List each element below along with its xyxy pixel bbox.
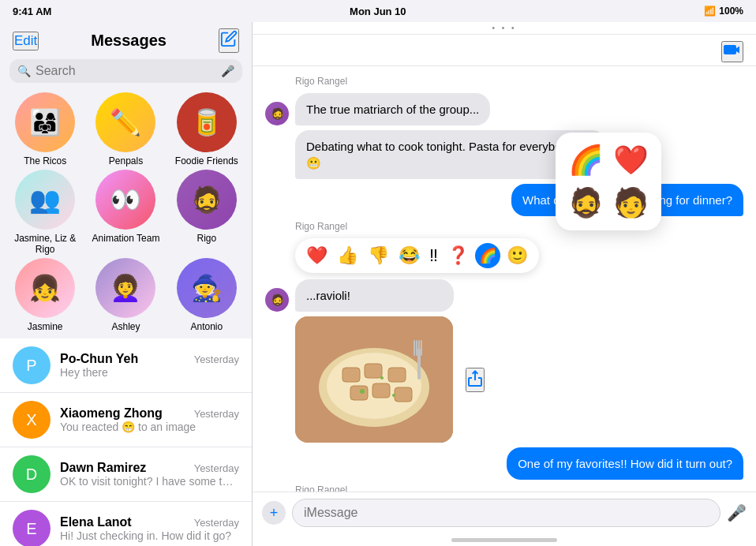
tapback-exclaim[interactable]: ‼️ bbox=[426, 244, 441, 267]
tapback-rainbow[interactable]: 🌈 bbox=[475, 243, 500, 268]
svg-point-16 bbox=[392, 394, 395, 397]
tapback-heart[interactable]: ❤️ bbox=[303, 244, 331, 267]
video-call-button[interactable] bbox=[721, 41, 743, 62]
input-bar: + 🎤 bbox=[253, 492, 756, 533]
message-input[interactable] bbox=[292, 499, 720, 527]
sidebar-header: Edit Messages bbox=[0, 22, 252, 56]
contact-preview-elena: Hi! Just checking in. How did it go? bbox=[60, 529, 239, 542]
mic-icon[interactable]: 🎤 bbox=[221, 65, 234, 77]
plus-button[interactable]: + bbox=[262, 501, 286, 525]
chat-header bbox=[253, 35, 756, 66]
contact-item-pochun[interactable]: P Po-Chun Yeh Yesterday Hey there bbox=[0, 338, 252, 393]
compose-button[interactable] bbox=[219, 28, 239, 53]
avatar-jasmine: 👧 bbox=[15, 258, 75, 318]
contact-time-pochun: Yesterday bbox=[194, 353, 239, 365]
svg-rect-13 bbox=[421, 340, 422, 356]
share-icon bbox=[467, 369, 483, 387]
sender-label-4: Rigo Rangel bbox=[295, 221, 743, 232]
share-button[interactable] bbox=[466, 368, 485, 392]
contact-preview-pochun: Hey there bbox=[60, 366, 239, 379]
contact-info-elena: Elena Lanot Yesterday Hi! Just checking … bbox=[60, 515, 239, 542]
reaction-emoji-rainbow[interactable]: 🌈 bbox=[568, 144, 604, 177]
contact-item-elena[interactable]: E Elena Lanot Yesterday Hi! Just checkin… bbox=[0, 502, 252, 546]
tapback-haha[interactable]: 😂 bbox=[395, 244, 423, 267]
contact-preview-dawn: OK to visit tonight? I have some things … bbox=[60, 475, 239, 488]
home-indicator bbox=[253, 533, 756, 546]
audio-button[interactable]: 🎤 bbox=[727, 503, 747, 522]
contact-info-dawn: Dawn Ramirez Yesterday OK to visit tonig… bbox=[60, 461, 239, 488]
pinned-item-antonio[interactable]: 🧙 Antonio bbox=[168, 258, 245, 332]
tapback-thumbdown[interactable]: 👎 bbox=[365, 244, 392, 267]
reaction-emoji-heart[interactable]: ❤️ bbox=[613, 144, 649, 177]
sidebar: Edit Messages 🔍 🎤 👨‍👩‍👧 The Ricos ✏️ bbox=[0, 22, 253, 546]
pinned-item-foodie[interactable]: 🥫 Foodie Friends bbox=[168, 92, 245, 166]
pinned-label-foodie: Foodie Friends bbox=[175, 155, 238, 166]
messages-area: Rigo Rangel 🧔 The true matriarch of the … bbox=[253, 66, 756, 492]
svg-rect-11 bbox=[416, 340, 417, 356]
contact-info-xiaomeng: Xiaomeng Zhong Yesterday You reacted 😁 t… bbox=[60, 406, 239, 433]
home-bar bbox=[451, 538, 557, 542]
tapback-question[interactable]: ❓ bbox=[444, 244, 472, 267]
contact-name-pochun: Po-Chun Yeh bbox=[60, 352, 138, 366]
pinned-item-penpals[interactable]: ✏️ Penpals bbox=[87, 92, 164, 166]
pinned-item-jasmine[interactable]: 👧 Jasmine bbox=[6, 258, 84, 332]
avatar-foodie: 🥫 bbox=[177, 92, 237, 152]
food-image-placeholder bbox=[295, 316, 453, 443]
contact-time-dawn: Yesterday bbox=[194, 462, 239, 474]
svg-rect-5 bbox=[388, 368, 406, 382]
contact-name-row-pochun: Po-Chun Yeh Yesterday bbox=[60, 352, 239, 366]
contact-preview-xiaomeng: You reacted 😁 to an image bbox=[60, 421, 239, 433]
status-bar: 9:41 AM Mon Jun 10 📶 100% bbox=[0, 0, 756, 22]
tapback-smiley[interactable]: 🙂 bbox=[503, 244, 531, 267]
pinned-item-rigo[interactable]: 🧔 Rigo bbox=[168, 170, 245, 255]
chat-panel: • • • 🌈 ❤️ 🧔 🧑 Rigo Rangel 🧔 The true ma… bbox=[253, 22, 756, 546]
contact-name-xiaomeng: Xiaomeng Zhong bbox=[60, 406, 163, 421]
message-row-4: 🧔 ❤️ 👍 👎 😂 ‼️ ❓ 🌈 🙂 ...ravioli! bbox=[265, 238, 743, 312]
tapback-thumbup[interactable]: 👍 bbox=[334, 244, 361, 267]
avatar-pochun: P bbox=[13, 346, 51, 384]
svg-rect-6 bbox=[350, 386, 368, 400]
tapback-bar: ❤️ 👍 👎 😂 ‼️ ❓ 🌈 🙂 bbox=[295, 238, 539, 273]
status-time: 9:41 AM bbox=[13, 6, 51, 17]
pinned-item-ashley[interactable]: 👩‍🦱 Ashley bbox=[87, 258, 164, 332]
pinned-item-animation[interactable]: 👀 Animation Team bbox=[87, 170, 164, 255]
avatar-elena: E bbox=[13, 510, 51, 546]
pinned-label-antonio: Antonio bbox=[190, 321, 223, 332]
svg-rect-10 bbox=[414, 340, 415, 356]
food-image bbox=[295, 316, 453, 443]
edit-button[interactable]: Edit bbox=[13, 32, 39, 50]
search-bar[interactable]: 🔍 🎤 bbox=[9, 59, 242, 83]
message-row-1: 🧔 The true matriarch of the group... bbox=[265, 93, 743, 125]
contact-info-pochun: Po-Chun Yeh Yesterday Hey there bbox=[60, 352, 239, 379]
contact-item-dawn[interactable]: D Dawn Ramirez Yesterday OK to visit ton… bbox=[0, 447, 252, 502]
pinned-item-jasmine-liz[interactable]: 👥 Jasmine, Liz & Rigo bbox=[6, 170, 84, 255]
message-row-5 bbox=[265, 316, 743, 443]
pinned-label-jasmine: Jasmine bbox=[28, 321, 63, 332]
video-icon bbox=[723, 43, 742, 57]
svg-rect-12 bbox=[418, 340, 420, 356]
reaction-popup: 🌈 ❤️ 🧔 🧑 bbox=[556, 133, 661, 230]
avatar-ricos: 👨‍👩‍👧 bbox=[15, 92, 75, 152]
avatar-jasmine-liz: 👥 bbox=[15, 170, 75, 230]
message-row-2: Debating what to cook tonight. Pasta for… bbox=[265, 130, 743, 179]
contact-item-xiaomeng[interactable]: X Xiaomeng Zhong Yesterday You reacted 😁… bbox=[0, 393, 252, 447]
reaction-emoji-person1[interactable]: 🧔 bbox=[568, 186, 604, 219]
message-row-6: One of my favorites!! How did it turn ou… bbox=[265, 447, 743, 480]
battery-text: 100% bbox=[719, 6, 743, 17]
reaction-emoji-person2[interactable]: 🧑 bbox=[613, 186, 649, 219]
status-indicators: 📶 100% bbox=[704, 6, 743, 17]
drag-handle: • • • bbox=[253, 22, 756, 35]
bubble-4: ...ravioli! bbox=[295, 279, 454, 312]
svg-rect-3 bbox=[342, 368, 360, 382]
svg-point-15 bbox=[380, 376, 384, 380]
search-input[interactable] bbox=[36, 64, 216, 78]
message-row-3: What did you end up making for dinner? bbox=[265, 184, 743, 216]
pinned-label-penpals: Penpals bbox=[109, 155, 143, 166]
svg-rect-4 bbox=[365, 364, 382, 378]
avatar-ashley: 👩‍🦱 bbox=[95, 258, 155, 318]
svg-point-14 bbox=[360, 389, 365, 394]
svg-rect-7 bbox=[372, 383, 390, 398]
search-icon: 🔍 bbox=[17, 65, 31, 77]
pinned-item-ricos[interactable]: 👨‍👩‍👧 The Ricos bbox=[6, 92, 84, 166]
avatar-dawn: D bbox=[13, 455, 51, 493]
